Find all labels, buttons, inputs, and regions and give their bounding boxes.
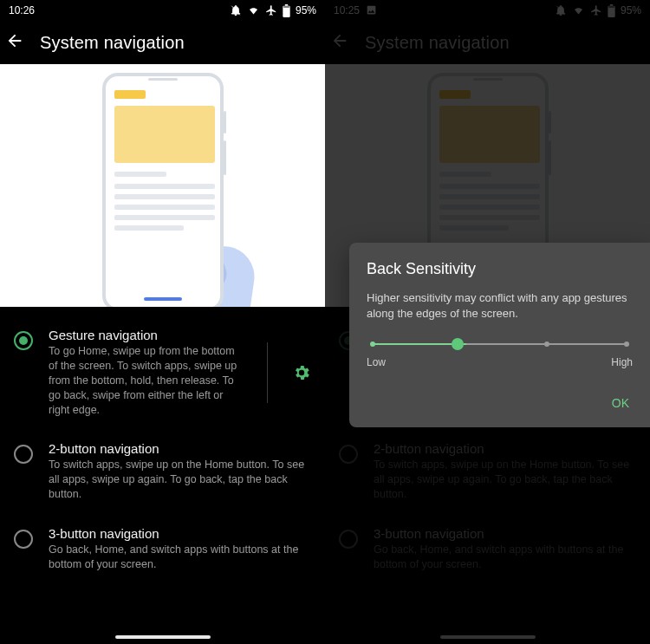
ok-button[interactable]: OK — [608, 391, 633, 415]
sensitivity-slider[interactable] — [368, 337, 631, 351]
slider-low-label: Low — [367, 356, 386, 368]
option-desc: To go Home, swipe up from the bottom of … — [49, 344, 246, 417]
slider-high-label: High — [611, 356, 633, 368]
back-icon[interactable] — [5, 31, 24, 54]
option-title: Gesture navigation — [49, 328, 246, 342]
page-title: System navigation — [40, 33, 185, 53]
status-bar: 10:26 95% — [0, 0, 325, 21]
option-desc: To switch apps, swipe up on the Home but… — [49, 458, 315, 502]
option-title: 3-button navigation — [49, 526, 315, 541]
battery-icon — [283, 4, 290, 17]
dnd-off-icon — [230, 4, 242, 16]
option-gesture-navigation[interactable]: Gesture navigation To go Home, swipe up … — [0, 315, 325, 429]
divider — [267, 342, 268, 403]
screen-system-navigation: 10:26 95% System navigation — [0, 0, 325, 644]
back-sensitivity-dialog: Back Sensitivity Higher sensitivity may … — [349, 243, 650, 427]
gesture-settings-button[interactable] — [289, 360, 315, 386]
wifi-icon — [247, 5, 260, 16]
svg-rect-2 — [283, 6, 289, 7]
illustration — [0, 64, 325, 307]
navigation-options-list: Gesture navigation To go Home, swipe up … — [0, 307, 325, 584]
dialog-title: Back Sensitivity — [367, 260, 633, 278]
option-desc: Go back, Home, and switch apps with butt… — [49, 543, 315, 572]
svg-rect-0 — [283, 5, 289, 16]
option-2-button-navigation[interactable]: 2-button navigation To switch apps, swip… — [0, 429, 325, 514]
radio-gesture[interactable] — [14, 331, 33, 350]
gesture-nav-bar[interactable] — [115, 635, 211, 639]
dialog-description: Higher sensitivity may conflict with any… — [367, 290, 633, 322]
battery-percent: 95% — [296, 4, 316, 16]
option-title: 2-button navigation — [49, 441, 315, 456]
status-time: 10:26 — [9, 4, 35, 16]
option-3-button-navigation[interactable]: 3-button navigation Go back, Home, and s… — [0, 514, 325, 584]
radio-3-button[interactable] — [14, 530, 33, 549]
slider-thumb[interactable] — [452, 338, 464, 350]
radio-2-button[interactable] — [14, 445, 33, 464]
app-bar: System navigation — [0, 21, 325, 64]
screen-back-sensitivity-dialog: 10:25 95% System navigation — [325, 0, 650, 644]
svg-rect-1 — [285, 4, 288, 6]
airplane-icon — [265, 4, 277, 16]
